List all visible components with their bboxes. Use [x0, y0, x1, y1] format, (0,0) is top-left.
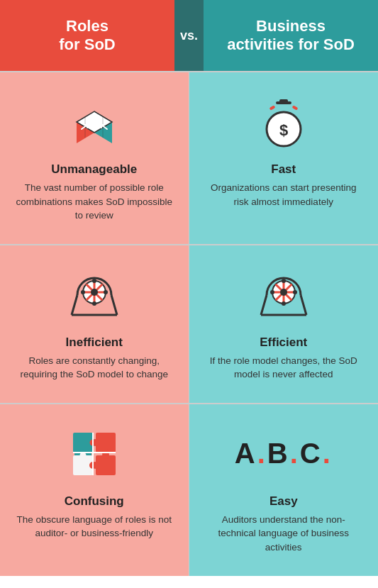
- cell-confusing: Confusing The obscure language of roles …: [0, 404, 189, 576]
- puzzle-pieces-icon: [62, 422, 126, 486]
- unmanageable-title: Unmanageable: [51, 162, 137, 177]
- puzzle-icon: [62, 90, 126, 154]
- header-vs-label: vs.: [174, 0, 204, 71]
- page-header: Rolesfor SoD vs. Businessactivities for …: [0, 0, 378, 71]
- svg-rect-9: [269, 105, 275, 110]
- efficient-title: Efficient: [260, 335, 307, 350]
- inefficient-desc: Roles are constantly changing, requiring…: [14, 354, 174, 382]
- svg-point-25: [104, 290, 108, 294]
- svg-point-24: [81, 290, 85, 294]
- efficient-desc: If the role model changes, the SoD model…: [204, 354, 365, 382]
- svg-line-14: [111, 295, 117, 315]
- svg-point-37: [270, 290, 274, 294]
- svg-point-23: [92, 301, 96, 306]
- confusing-title: Confusing: [65, 494, 124, 509]
- cell-efficient: Efficient If the role model changes, the…: [189, 245, 379, 403]
- stopwatch-icon: $: [252, 90, 316, 154]
- wheel-icon: [252, 263, 316, 327]
- inefficient-title: Inefficient: [66, 335, 123, 350]
- cell-unmanageable: Unmanageable The vast number of possible…: [0, 72, 189, 244]
- fast-title: Fast: [271, 162, 296, 177]
- svg-line-13: [72, 295, 77, 315]
- svg-point-21: [91, 289, 98, 296]
- row-3: Confusing The obscure language of roles …: [0, 403, 378, 576]
- abc-label: A.B.C.: [235, 438, 333, 470]
- svg-rect-10: [291, 105, 298, 110]
- cell-easy: A.B.C. Easy Auditors understand the non-…: [189, 404, 379, 576]
- svg-line-27: [301, 295, 306, 315]
- svg-rect-8: [276, 101, 291, 104]
- header-left: Rolesfor SoD: [0, 0, 174, 71]
- unmanageable-desc: The vast number of possible role combina…: [14, 181, 174, 223]
- cell-inefficient: Inefficient Roles are constantly changin…: [0, 245, 189, 403]
- confusing-desc: The obscure language of roles is not aud…: [14, 513, 174, 540]
- svg-point-36: [282, 301, 286, 306]
- svg-point-38: [293, 290, 297, 294]
- vs-text: vs.: [180, 28, 198, 43]
- header-right: Businessactivities for SoD: [204, 0, 378, 71]
- svg-line-26: [261, 295, 267, 315]
- svg-point-35: [282, 279, 286, 283]
- cell-fast: $ Fast Organizations can start presentin…: [189, 72, 379, 244]
- wheel-broken-icon: [62, 263, 126, 327]
- abc-icon: A.B.C.: [252, 422, 316, 486]
- row-1: Unmanageable The vast number of possible…: [0, 71, 378, 244]
- header-left-title: Rolesfor SoD: [59, 17, 115, 55]
- svg-point-22: [92, 279, 96, 283]
- fast-desc: Organizations can start presenting risk …: [204, 181, 365, 209]
- svg-point-34: [280, 289, 287, 296]
- easy-title: Easy: [269, 494, 298, 509]
- row-2: Inefficient Roles are constantly changin…: [0, 244, 378, 403]
- easy-desc: Auditors understand the non-technical la…: [204, 513, 365, 555]
- header-right-title: Businessactivities for SoD: [227, 17, 355, 55]
- svg-text:$: $: [279, 121, 288, 139]
